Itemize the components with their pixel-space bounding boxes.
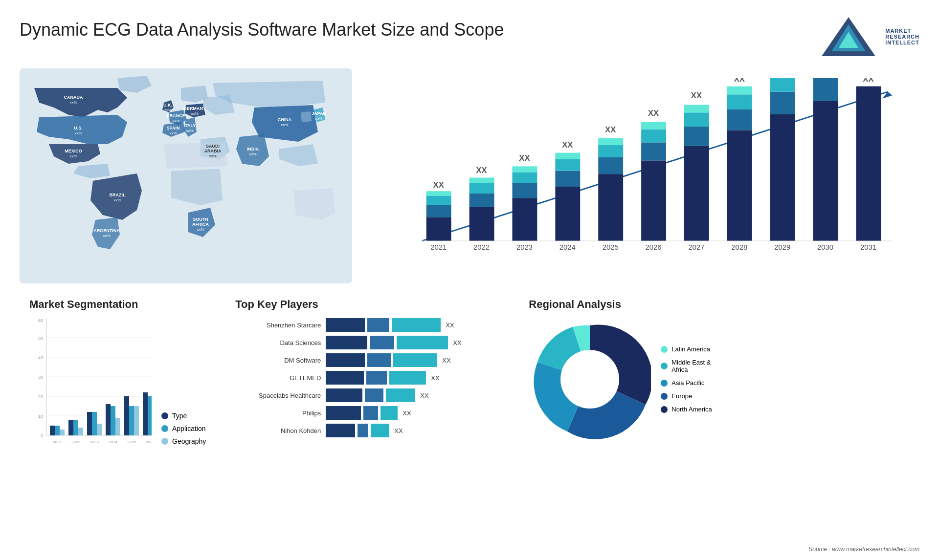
- player-row: Spacelabs Healthcare XX: [235, 388, 499, 402]
- svg-text:2028: 2028: [731, 243, 747, 251]
- svg-rect-52: [513, 172, 537, 183]
- player-row: DM Software XX: [235, 353, 499, 367]
- svg-text:BRAZIL: BRAZIL: [110, 193, 126, 197]
- logo-text: MARKET RESEARCH INTELLECT: [885, 28, 919, 45]
- players-title: Top Key Players: [235, 298, 499, 311]
- svg-rect-130: [129, 406, 134, 435]
- seg-chart-svg: 0 10 20 30 40 50 60: [29, 318, 152, 455]
- donut-chart: [529, 318, 651, 440]
- svg-text:xx%: xx%: [74, 131, 82, 135]
- svg-text:0: 0: [41, 433, 43, 438]
- svg-rect-44: [470, 207, 494, 241]
- svg-text:CANADA: CANADA: [64, 95, 83, 100]
- svg-text:2025: 2025: [603, 243, 619, 251]
- svg-text:40: 40: [38, 355, 43, 360]
- donut-svg: [529, 318, 651, 440]
- svg-rect-133: [143, 392, 148, 435]
- legend-dot-type: [161, 412, 168, 419]
- svg-text:2023: 2023: [90, 440, 99, 444]
- svg-rect-83: [727, 86, 752, 95]
- player-row: Shenzhen Starcare XX: [235, 318, 499, 332]
- svg-rect-41: [426, 191, 451, 195]
- svg-text:xx%: xx%: [209, 154, 216, 158]
- svg-rect-63: [598, 157, 623, 174]
- svg-rect-68: [641, 160, 666, 241]
- svg-text:U.K.: U.K.: [163, 103, 172, 108]
- svg-text:60: 60: [38, 318, 43, 323]
- svg-text:XX: XX: [476, 166, 487, 175]
- svg-rect-75: [684, 127, 709, 146]
- svg-text:xx%: xx%: [197, 227, 204, 232]
- legend-latin-america: Latin America: [661, 345, 712, 353]
- seg-chart-area: 0 10 20 30 40 50 60: [29, 318, 206, 455]
- svg-text:xx%: xx%: [103, 234, 110, 238]
- svg-text:2031: 2031: [860, 243, 876, 251]
- svg-rect-62: [598, 174, 623, 241]
- svg-text:XX: XX: [648, 108, 659, 118]
- svg-rect-125: [106, 404, 111, 435]
- svg-rect-71: [641, 122, 666, 129]
- dot-europe: [661, 393, 668, 400]
- bar-dark: [326, 424, 355, 437]
- svg-text:20: 20: [38, 394, 43, 399]
- bar-mid: [370, 336, 394, 349]
- player-bars: XX: [326, 353, 499, 367]
- svg-text:XX: XX: [605, 125, 616, 134]
- svg-text:ITALY: ITALY: [184, 123, 196, 128]
- bottom-section: Market Segmentation 0 10 20 30 40 5: [20, 293, 919, 479]
- bar-dark: [326, 353, 365, 367]
- player-bars: XX: [326, 388, 499, 402]
- bar-light: [393, 353, 437, 367]
- player-row: Data Sciences XX: [235, 336, 499, 349]
- svg-text:XX: XX: [562, 140, 573, 150]
- seg-chart: 0 10 20 30 40 50 60: [29, 318, 152, 455]
- svg-text:2023: 2023: [516, 243, 533, 251]
- bar-mid: [367, 353, 391, 367]
- svg-rect-113: [50, 426, 55, 435]
- svg-text:XX: XX: [863, 78, 873, 84]
- svg-point-137: [560, 350, 619, 409]
- bar-dark: [326, 318, 365, 332]
- legend-dot-geo: [161, 438, 168, 445]
- regional-title: Regional Analysis: [529, 298, 910, 311]
- svg-text:xx%: xx%: [69, 100, 77, 105]
- player-value: XX: [394, 427, 402, 434]
- svg-text:ARGENTINA: ARGENTINA: [93, 228, 120, 233]
- svg-text:2029: 2029: [774, 243, 790, 251]
- player-bars: XX: [326, 336, 499, 349]
- world-map: CANADA xx% U.S. xx% MEXICO xx% BRAZIL xx…: [20, 68, 352, 283]
- svg-rect-57: [555, 171, 580, 187]
- svg-text:SOUTH: SOUTH: [193, 217, 208, 222]
- svg-text:2021: 2021: [53, 440, 62, 444]
- player-name: Nihon Kohden: [235, 427, 321, 434]
- svg-text:xx%: xx%: [69, 154, 77, 158]
- player-bars: XX: [326, 371, 499, 385]
- svg-rect-92: [813, 78, 838, 101]
- player-value: XX: [453, 339, 461, 346]
- svg-rect-95: [856, 86, 881, 241]
- svg-text:2027: 2027: [689, 243, 705, 251]
- svg-rect-81: [727, 109, 752, 130]
- svg-text:2021: 2021: [430, 243, 447, 251]
- segmentation-section: Market Segmentation 0 10 20 30 40 5: [20, 293, 216, 479]
- svg-rect-114: [55, 426, 60, 435]
- legend-geography: Geography: [161, 437, 206, 445]
- svg-rect-56: [555, 187, 580, 241]
- dot-middle-east: [661, 363, 668, 369]
- svg-text:AFRICA: AFRICA: [192, 222, 209, 227]
- player-name: Data Sciences: [235, 339, 321, 346]
- svg-text:XX: XX: [519, 153, 530, 163]
- bar-dark: [326, 371, 364, 385]
- header: Dynamic ECG Data Analysis Software Marke…: [20, 15, 919, 59]
- page-title: Dynamic ECG Data Analysis Software Marke…: [20, 20, 504, 40]
- bar-light: [380, 406, 398, 420]
- player-bars: XX: [326, 406, 499, 420]
- svg-rect-46: [470, 183, 494, 194]
- player-name: Spacelabs Healthcare: [235, 392, 321, 399]
- svg-rect-47: [470, 178, 494, 183]
- svg-rect-122: [92, 412, 97, 435]
- regional-section: Regional Analysis: [519, 293, 919, 479]
- svg-text:2030: 2030: [817, 243, 833, 251]
- svg-rect-126: [111, 406, 115, 435]
- seg-legend: Type Application Geography: [161, 412, 206, 455]
